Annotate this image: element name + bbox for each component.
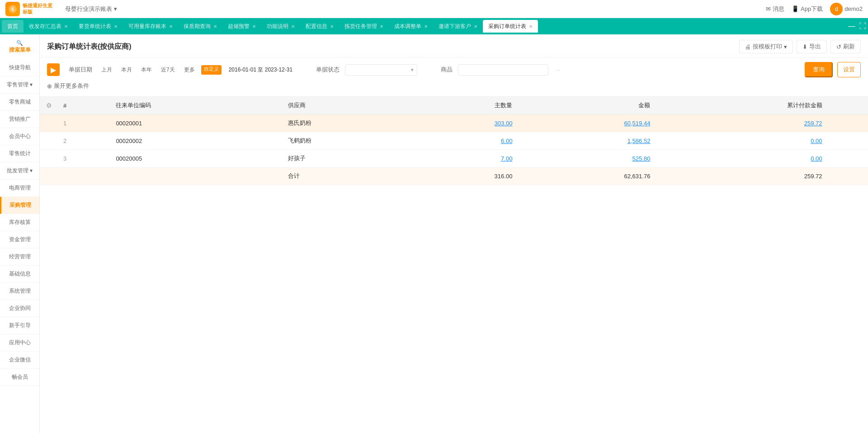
sidebar-item-zijin[interactable]: 资金管理 [0, 231, 39, 248]
page-title: 采购订单统计表(按供应商) [47, 42, 132, 52]
tab-shoufayj[interactable]: 收发存汇总表 ✕ [24, 20, 73, 33]
main-layout: 🔍 搜索菜单 快捷导航 零售管理 ▾ 零售商城 营销推广 会员中心 零售统计 批… [0, 34, 868, 433]
close-icon[interactable]: ✕ [474, 24, 477, 29]
sidebar-item-lingshoucheng[interactable]: 零售商城 [0, 94, 39, 111]
tab-chaochuu[interactable]: 超储预警 ✕ [222, 20, 261, 33]
tab-chengben[interactable]: 成本调整单 ✕ [389, 20, 433, 33]
sidebar-item-jichu[interactable]: 基础信息 [0, 266, 39, 283]
window-minimize-icon[interactable]: — [848, 22, 855, 30]
avatar: d [830, 3, 843, 15]
sidebar-item-shortcut[interactable]: 快捷导航 [0, 59, 39, 76]
close-icon[interactable]: ✕ [529, 24, 533, 29]
table-row: 3 00020005 好孩子 7.00 525.80 0.00 [40, 150, 868, 167]
sidebar-item-yingyong[interactable]: 应用中心 [0, 334, 39, 352]
sidebar-item-pifaguanli[interactable]: 批发管理 ▾ [0, 162, 39, 180]
date-range-display: 2016-01-01 至 2023-12-31 [229, 66, 292, 74]
sidebar-item-dianshang[interactable]: 电商管理 [0, 180, 39, 197]
row-amount: 1,586.52 [518, 132, 656, 150]
row-settings-cell [40, 114, 58, 132]
store-selector[interactable]: 母婴行业演示账表 ▾ [65, 5, 117, 13]
logo-area: 6 畅捷通好生意 标版 [5, 2, 52, 16]
messages-btn[interactable]: ✉ 消息 [766, 5, 784, 13]
tab-gongneng[interactable]: 功能说明 ✕ [261, 20, 300, 33]
tab-keyong[interactable]: 可用量库存账本 ✕ [123, 20, 178, 33]
col-settings-header: ⚙ [40, 97, 58, 114]
app-download-btn[interactable]: 📱 App下载 [792, 5, 823, 13]
query-btn[interactable]: 查询 [805, 62, 833, 77]
col-paid-header: 累计付款金额 [656, 97, 827, 114]
close-icon[interactable]: ✕ [252, 24, 256, 29]
search-icon: 🔍 [16, 40, 23, 46]
refresh-btn[interactable]: ↺ 刷新 [830, 40, 861, 53]
tab-baoyuan[interactable]: 保质期查询 ✕ [178, 20, 222, 33]
export-btn[interactable]: ⬇ 导出 [797, 40, 827, 53]
message-icon: ✉ [766, 5, 771, 12]
column-settings-icon[interactable]: ⚙ [46, 102, 52, 109]
col-code-header: 往来单位编码 [110, 97, 282, 114]
date-btn-7days[interactable]: 近7天 [157, 65, 179, 75]
top-bar-right: ✉ 消息 📱 App下载 d demo2 [766, 3, 863, 15]
sidebar-item-yingxiao[interactable]: 营销推广 [0, 111, 39, 128]
sidebar-item-xinshou[interactable]: 新手引导 [0, 317, 39, 334]
row-extra [828, 150, 868, 167]
sidebar-item-huiyuan[interactable]: 会员中心 [0, 128, 39, 145]
close-icon[interactable]: ✕ [380, 24, 383, 29]
window-maximize-icon[interactable]: ⛶ [859, 22, 866, 30]
tab-yaoqing[interactable]: 邀请下游客户 ✕ [433, 20, 483, 33]
goods-input[interactable] [458, 64, 548, 76]
row-code: 00020001 [110, 114, 282, 132]
close-icon[interactable]: ✕ [114, 24, 118, 29]
footer-amount-cell: 62,631.76 [518, 167, 656, 185]
user-profile-btn[interactable]: d demo2 [830, 3, 863, 15]
print-icon: 🖨 [745, 43, 751, 50]
toggle-arrow-btn[interactable]: ▶ [47, 63, 60, 76]
date-btn-more[interactable]: 更多 [180, 65, 198, 75]
sidebar-item-lingshoutj[interactable]: 零售统计 [0, 145, 39, 162]
tab-nav-actions: — ⛶ [848, 22, 866, 30]
footer-index-cell [58, 167, 110, 185]
sidebar-item-lingshouglt[interactable]: 零售管理 ▾ [0, 76, 39, 94]
setting-btn[interactable]: 设置 [837, 62, 861, 77]
more-dots-icon[interactable]: ··· [556, 67, 561, 73]
tab-caigou[interactable]: 采购订单统计表 ✕ [483, 20, 538, 33]
svg-text:6: 6 [11, 6, 14, 12]
tab-home[interactable]: 首页 [2, 20, 24, 33]
table-row: 2 00020002 飞鹤奶粉 6.00 1,586.52 0.00 [40, 132, 868, 150]
sidebar-search-btn[interactable]: 🔍 搜索菜单 [0, 34, 39, 59]
close-icon[interactable]: ✕ [213, 24, 217, 29]
footer-label-cell: 合计 [283, 167, 410, 185]
close-icon[interactable]: ✕ [169, 24, 173, 29]
expand-more-btn[interactable]: ⊕ 展开更多条件 [47, 82, 861, 90]
date-btn-this-month[interactable]: 本月 [118, 65, 136, 75]
sidebar-item-caigou[interactable]: 采购管理 [0, 197, 39, 214]
tab-yaohuo[interactable]: 要货单统计表 ✕ [73, 20, 123, 33]
date-btn-this-year[interactable]: 本年 [137, 65, 156, 75]
logo-text: 畅捷通好生意 标版 [23, 3, 52, 14]
close-icon[interactable]: ✕ [424, 24, 428, 29]
close-icon[interactable]: ✕ [64, 24, 68, 29]
sidebar-item-changhui[interactable]: 畅会员 [0, 369, 39, 386]
sidebar-item-xitong[interactable]: 系统管理 [0, 283, 39, 300]
date-btn-last-month[interactable]: 上月 [98, 65, 116, 75]
sidebar: 🔍 搜索菜单 快捷导航 零售管理 ▾ 零售商城 营销推广 会员中心 零售统计 批… [0, 34, 40, 433]
chevron-down-icon: ▾ [114, 5, 117, 12]
page-content-area: 采购订单统计表(按供应商) 🖨 按模板打印 ▾ ⬇ 导出 ↺ 刷新 [40, 34, 868, 433]
tab-peizhi[interactable]: 配置信息 ✕ [300, 20, 339, 33]
status-select[interactable] [345, 64, 417, 76]
sidebar-item-qiye[interactable]: 企业协同 [0, 300, 39, 317]
page-content: 采购订单统计表(按供应商) 🖨 按模板打印 ▾ ⬇ 导出 ↺ 刷新 [40, 34, 868, 433]
row-supplier: 飞鹤奶粉 [283, 132, 410, 150]
footer-settings-cell [40, 167, 58, 185]
sidebar-item-jingying[interactable]: 经营管理 [0, 248, 39, 266]
refresh-icon: ↺ [836, 43, 841, 50]
sidebar-item-kucun[interactable]: 库存核算 [0, 214, 39, 231]
tab-pihuo[interactable]: 拣货任务管理 ✕ [339, 20, 389, 33]
expand-area: ⊕ 展开更多条件 [47, 77, 861, 92]
col-extra-header [828, 97, 868, 114]
close-icon[interactable]: ✕ [291, 24, 295, 29]
col-supplier-header: 供应商 [283, 97, 410, 114]
date-shortcuts: 上月 本月 本年 近7天 更多 自定义 [98, 65, 222, 75]
print-btn[interactable]: 🖨 按模板打印 ▾ [739, 40, 793, 53]
sidebar-item-qiyewx[interactable]: 企业微信 [0, 352, 39, 369]
close-icon[interactable]: ✕ [330, 24, 334, 29]
